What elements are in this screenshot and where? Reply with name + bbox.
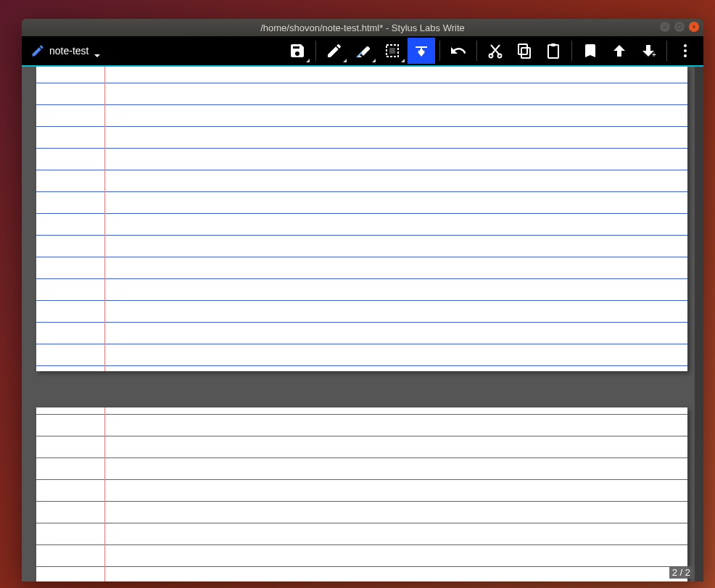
svg-text:+: + [652,51,656,59]
maximize-button[interactable]: □ [674,22,685,32]
svg-rect-4 [521,48,530,58]
save-button[interactable] [284,38,311,64]
app-window: /home/shovon/note-test.html* - Stylus La… [22,19,703,581]
separator [315,41,316,61]
pen-tool-button[interactable] [321,38,348,64]
svg-rect-7 [551,44,555,46]
note-page[interactable] [36,407,687,581]
save-icon [289,42,306,59]
clipboard-icon [545,42,562,59]
bookmark-button[interactable] [576,38,604,64]
close-button[interactable]: × [689,22,699,32]
svg-rect-5 [518,44,527,54]
minimize-button[interactable]: – [660,22,670,32]
eraser-tool-button[interactable] [350,38,377,64]
arrow-down-plus-icon: + [640,42,657,59]
page-indicator: 2 / 2 [669,566,693,579]
bookmark-icon [582,42,599,59]
toolbar: note-test [22,36,703,65]
pen-icon [326,42,343,59]
svg-rect-1 [389,48,395,54]
window-controls: – □ × [660,22,699,32]
prev-page-button[interactable] [606,38,633,64]
more-vertical-icon [677,42,694,59]
vertical-scrollbar[interactable] [695,67,703,581]
chevron-down-icon [306,55,310,62]
insert-space-button[interactable] [408,38,435,64]
chevron-down-icon [401,55,405,62]
separator [666,41,667,61]
arrow-up-icon [611,42,628,59]
overflow-menu-button[interactable] [671,38,699,64]
next-page-button[interactable]: + [635,38,662,64]
svg-rect-6 [548,45,558,58]
chevron-down-icon [343,55,347,62]
canvas-area[interactable]: 2 / 2 [22,65,703,581]
insert-space-icon [413,42,430,59]
document-tab[interactable]: note-test [26,42,104,59]
copy-button[interactable] [511,38,538,64]
chevron-down-icon [94,54,100,57]
document-tab-label: note-test [49,45,88,57]
svg-point-11 [684,54,687,57]
svg-point-9 [684,44,687,47]
cut-button[interactable] [482,38,509,64]
paste-button[interactable] [540,38,567,64]
window-title: /home/shovon/note-test.html* - Stylus La… [260,22,465,33]
svg-point-10 [684,49,687,52]
separator [476,41,477,61]
undo-button[interactable] [445,38,472,64]
eraser-icon [355,42,372,59]
pencil-icon [30,44,45,58]
selection-icon [384,42,401,59]
select-tool-button[interactable] [379,38,406,64]
chevron-down-icon [372,55,376,62]
copy-icon [516,42,533,59]
separator [439,41,440,61]
undo-icon [450,42,467,59]
cut-icon [487,42,504,59]
titlebar[interactable]: /home/shovon/note-test.html* - Stylus La… [22,19,703,36]
note-page[interactable] [36,67,687,371]
separator [571,41,572,61]
